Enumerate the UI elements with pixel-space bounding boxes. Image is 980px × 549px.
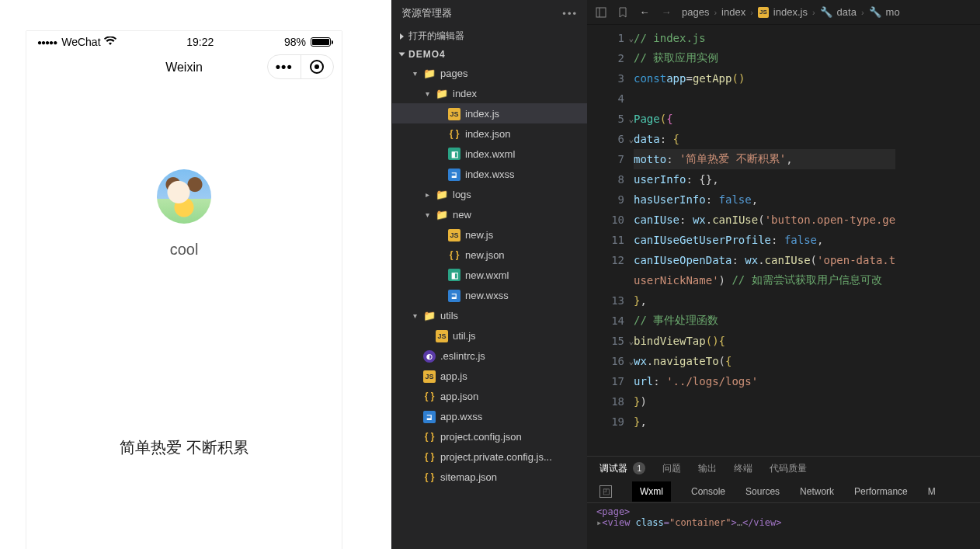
fold-icon[interactable]: ⌄	[628, 356, 634, 367]
js-icon: JS	[423, 370, 436, 383]
file-row[interactable]: { }new.json	[392, 245, 587, 265]
breadcrumb-segment[interactable]: index	[721, 6, 745, 18]
debug-tabs-primary: 调试器 1 问题 输出 终端 代码质量	[587, 457, 980, 480]
code-line[interactable]	[634, 89, 895, 109]
folder-row[interactable]: ▾📁index	[392, 83, 587, 103]
breadcrumb-separator: ›	[714, 8, 717, 17]
phone-frame: ●●●●● WeChat 19:22 98% Weixin ••• cool 简…	[26, 31, 342, 549]
file-tree: ▾📁pages▾📁indexJSindex.js{ }index.json◧in…	[392, 63, 587, 493]
line-number: 1⌄	[587, 28, 624, 48]
simulator-body: cool 简单热爱 不断积累	[26, 84, 342, 549]
tab-sources[interactable]: Sources	[745, 486, 780, 497]
tab-more[interactable]: M	[928, 486, 936, 497]
tab-performance[interactable]: Performance	[854, 486, 908, 497]
file-row[interactable]: JSnew.js	[392, 224, 587, 245]
capsule-menu-icon[interactable]: •••	[268, 55, 301, 78]
code-line[interactable]: data: {	[634, 129, 895, 149]
folder-row[interactable]: ▾📁new	[392, 204, 587, 224]
file-label: index.json	[465, 128, 511, 140]
line-number	[587, 270, 624, 290]
tab-output[interactable]: 输出	[698, 462, 717, 475]
json-icon: { }	[423, 390, 436, 402]
file-label: index.wxml	[465, 148, 515, 160]
code-line[interactable]: // 事件处理函数	[634, 311, 895, 331]
avatar[interactable]	[157, 169, 211, 224]
nav-forward-icon[interactable]: →	[660, 6, 672, 19]
file-row[interactable]: { }app.json	[392, 386, 587, 406]
breadcrumb-segment[interactable]: index.js	[773, 6, 808, 18]
file-row[interactable]: JSapp.js	[392, 366, 587, 386]
file-row[interactable]: { }sitemap.json	[392, 467, 587, 487]
tab-terminal[interactable]: 终端	[734, 462, 752, 475]
code-line[interactable]: userInfo: {},	[634, 169, 895, 189]
open-editors-section[interactable]: 打开的编辑器	[392, 26, 587, 46]
file-row[interactable]: JSindex.js	[392, 103, 587, 123]
breadcrumb-segment[interactable]: pages	[682, 6, 709, 18]
file-row[interactable]: ⊒index.wxss	[392, 164, 587, 184]
code-line[interactable]: canIUse: wx.canIUse('button.open-type.ge	[634, 210, 895, 230]
code-line[interactable]: })	[634, 391, 895, 412]
tab-wxml[interactable]: Wxml	[632, 481, 671, 502]
code-line[interactable]: canIUseGetUserProfile: false,	[634, 230, 895, 250]
more-icon[interactable]: •••	[562, 8, 578, 19]
code-line[interactable]: motto: '简单热爱 不断积累',	[634, 149, 895, 169]
code-line[interactable]: bindViewTap() {	[634, 331, 895, 351]
wxml-tree[interactable]: <page> ▸<view class="container">…</view>	[587, 503, 980, 531]
project-root-section[interactable]: DEMO4	[392, 46, 587, 63]
code-line[interactable]: const app = getApp()	[634, 68, 895, 89]
code-line[interactable]: Page({	[634, 109, 895, 129]
folder-row[interactable]: ▾📁utils	[392, 305, 587, 325]
chevron-icon: ▾	[423, 210, 431, 219]
file-row[interactable]: { }project.config.json	[392, 426, 587, 446]
breadcrumb-segment[interactable]: data	[837, 6, 857, 18]
editor-topbar: ← → pages›index›JSindex.js›🔧data›🔧mo	[587, 0, 980, 25]
wxml-icon: ◧	[448, 148, 460, 161]
tab-console[interactable]: Console	[691, 486, 725, 497]
tab-debugger[interactable]: 调试器 1	[599, 462, 645, 475]
code-line[interactable]: // 获取应用实例	[634, 48, 895, 68]
wxss-icon: ⊒	[423, 410, 436, 423]
inspect-icon[interactable]: ◰	[599, 485, 612, 498]
file-row[interactable]: ⊒new.wxss	[392, 285, 587, 305]
folder-g-icon: 📁	[423, 309, 436, 321]
code-line[interactable]: wx.navigateTo({	[634, 351, 895, 371]
breadcrumb-segment[interactable]: mo	[886, 6, 900, 18]
file-row[interactable]: { }project.private.config.js...	[392, 446, 587, 467]
file-row[interactable]: ◐.eslintrc.js	[392, 346, 587, 366]
svg-rect-0	[596, 8, 606, 17]
code-line[interactable]: userNickName') // 如需尝试获取用户信息可改	[634, 270, 895, 290]
file-row[interactable]: JSutil.js	[392, 325, 587, 346]
layout-icon[interactable]	[595, 6, 607, 19]
motto-label: 简单热爱 不断积累	[120, 437, 248, 458]
code-line[interactable]: hasUserInfo: false,	[634, 189, 895, 210]
code-line[interactable]: url: '../logs/logs'	[634, 371, 895, 391]
file-label: new.wxss	[465, 290, 509, 301]
breadcrumb-separator: ›	[750, 8, 753, 17]
capsule-button[interactable]: •••	[267, 54, 334, 79]
file-label: app.json	[440, 391, 478, 402]
fold-icon[interactable]: ⌄	[628, 336, 634, 346]
tab-network[interactable]: Network	[800, 486, 834, 497]
bookmark-icon[interactable]	[617, 6, 629, 19]
file-row[interactable]: ◧index.wxml	[392, 144, 587, 164]
code-line[interactable]: },	[634, 290, 895, 311]
tab-quality[interactable]: 代码质量	[770, 462, 807, 475]
code-line[interactable]: // index.js	[634, 28, 895, 48]
fold-icon[interactable]: ⌄	[628, 114, 634, 124]
capsule-close-icon[interactable]	[301, 55, 334, 78]
code-area[interactable]: 1⌄2345⌄6⌄789101112131415⌄16⌄171819 // in…	[587, 25, 980, 456]
fold-icon[interactable]: ⌄	[628, 134, 634, 144]
nav-back-icon[interactable]: ←	[638, 6, 651, 19]
wxss-icon: ⊒	[448, 168, 460, 181]
breadcrumb[interactable]: pages›index›JSindex.js›🔧data›🔧mo	[682, 6, 900, 18]
fold-icon[interactable]: ⌄	[628, 33, 634, 43]
file-row[interactable]: { }index.json	[392, 123, 587, 144]
tab-problems[interactable]: 问题	[662, 462, 681, 475]
code-line[interactable]: },	[634, 412, 895, 432]
code-body[interactable]: // index.js// 获取应用实例const app = getApp()…	[634, 25, 895, 456]
folder-row[interactable]: ▸📁logs	[392, 184, 587, 204]
file-row[interactable]: ◧new.wxml	[392, 265, 587, 285]
folder-row[interactable]: ▾📁pages	[392, 63, 587, 83]
code-line[interactable]: canIUseOpenData: wx.canIUse('open-data.t	[634, 250, 895, 270]
file-row[interactable]: ⊒app.wxss	[392, 406, 587, 426]
